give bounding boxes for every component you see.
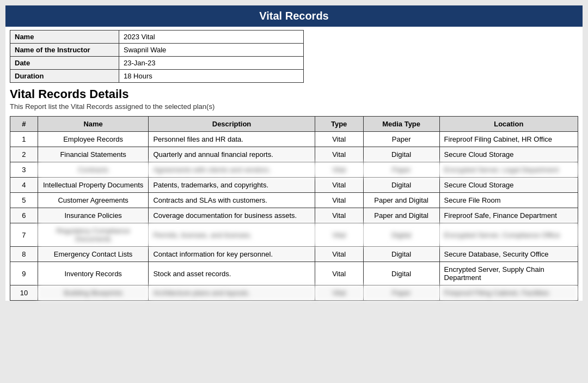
cell-num: 8 <box>10 247 38 262</box>
cell-media-type: Paper and Digital <box>363 193 439 208</box>
table-row: 7Regulatory Compliance DocumentsPermits,… <box>10 223 578 247</box>
page-container: Vital Records Name 2023 Vital Name of th… <box>5 5 583 301</box>
table-row: 1Employee RecordsPersonnel files and HR … <box>10 132 578 147</box>
cell-location: Fireproof Filing Cabinet, Facilities <box>439 285 578 301</box>
cell-name: Insurance Policies <box>38 208 149 223</box>
table-row: 5Customer AgreementsContracts and SLAs w… <box>10 193 578 208</box>
cell-media-type: Digital <box>363 247 439 262</box>
date-label: Date <box>10 57 119 70</box>
duration-label: Duration <box>10 70 119 83</box>
header-media-type: Media Type <box>363 117 439 132</box>
duration-value: 18 Hours <box>119 70 304 83</box>
section-subtitle: This Report list the Vital Records assig… <box>10 102 578 111</box>
cell-location: Secure Cloud Storage <box>439 178 578 193</box>
cell-num: 4 <box>10 178 38 193</box>
cell-description: Contact information for key personnel. <box>149 247 315 262</box>
records-table: # Name Description Type Media Type Locat… <box>10 116 578 301</box>
cell-type: Vital <box>315 223 363 247</box>
header-description: Description <box>149 117 315 132</box>
header-name: Name <box>38 117 149 132</box>
header-type: Type <box>315 117 363 132</box>
name-label: Name <box>10 31 119 44</box>
cell-description: Personnel files and HR data. <box>149 132 315 147</box>
cell-media-type: Digital <box>363 223 439 247</box>
cell-description: Stock and asset records. <box>149 262 315 285</box>
page-title: Vital Records <box>5 5 583 27</box>
cell-num: 5 <box>10 193 38 208</box>
table-row: 6Insurance PoliciesCoverage documentatio… <box>10 208 578 223</box>
instructor-value: Swapnil Wale <box>119 44 304 57</box>
cell-name: Intellectual Property Documents <box>38 178 149 193</box>
cell-media-type: Paper <box>363 132 439 147</box>
cell-location: Secure Cloud Storage <box>439 147 578 162</box>
cell-num: 2 <box>10 147 38 162</box>
table-row: 3ContractsAgreements with clients and ve… <box>10 162 578 178</box>
cell-name: Customer Agreements <box>38 193 149 208</box>
cell-num: 10 <box>10 285 38 301</box>
cell-name: Inventory Records <box>38 262 149 285</box>
cell-type: Vital <box>315 147 363 162</box>
cell-description: Agreements with clients and vendors. <box>149 162 315 178</box>
header-num: # <box>10 117 38 132</box>
info-row-name: Name 2023 Vital <box>10 31 304 44</box>
cell-location: Fireproof Safe, Finance Department <box>439 208 578 223</box>
cell-media-type: Digital <box>363 178 439 193</box>
table-header-row: # Name Description Type Media Type Locat… <box>10 117 578 132</box>
cell-description: Coverage documentation for business asse… <box>149 208 315 223</box>
cell-location: Secure Database, Security Office <box>439 247 578 262</box>
cell-media-type: Paper <box>363 285 439 301</box>
info-row-instructor: Name of the Instructor Swapnil Wale <box>10 44 304 57</box>
date-value: 23-Jan-23 <box>119 57 304 70</box>
info-table: Name 2023 Vital Name of the Instructor S… <box>10 30 304 83</box>
section-title: Vital Records Details <box>10 87 578 101</box>
cell-type: Vital <box>315 132 363 147</box>
cell-name: Financial Statements <box>38 147 149 162</box>
cell-type: Vital <box>315 208 363 223</box>
cell-media-type: Digital <box>363 262 439 285</box>
cell-type: Vital <box>315 178 363 193</box>
cell-num: 7 <box>10 223 38 247</box>
cell-type: Vital <box>315 262 363 285</box>
cell-name: Building Blueprints <box>38 285 149 301</box>
cell-name: Contracts <box>38 162 149 178</box>
cell-num: 3 <box>10 162 38 178</box>
cell-name: Regulatory Compliance Documents <box>38 223 149 247</box>
cell-location: Encrypted Server, Compliance Office <box>439 223 578 247</box>
cell-name: Emergency Contact Lists <box>38 247 149 262</box>
cell-description: Contracts and SLAs with customers. <box>149 193 315 208</box>
table-row: 10Building BlueprintsArchitecture plans … <box>10 285 578 301</box>
cell-media-type: Paper <box>363 162 439 178</box>
info-row-date: Date 23-Jan-23 <box>10 57 304 70</box>
cell-type: Vital <box>315 193 363 208</box>
table-row: 9Inventory RecordsStock and asset record… <box>10 262 578 285</box>
table-row: 8Emergency Contact ListsContact informat… <box>10 247 578 262</box>
cell-media-type: Digital <box>363 147 439 162</box>
cell-description: Patents, trademarks, and copyrights. <box>149 178 315 193</box>
cell-num: 1 <box>10 132 38 147</box>
cell-media-type: Paper and Digital <box>363 208 439 223</box>
name-value: 2023 Vital <box>119 31 304 44</box>
cell-type: Vital <box>315 285 363 301</box>
cell-description: Quarterly and annual financial reports. <box>149 147 315 162</box>
cell-type: Vital <box>315 162 363 178</box>
cell-location: Fireproof Filing Cabinet, HR Office <box>439 132 578 147</box>
info-row-duration: Duration 18 Hours <box>10 70 304 83</box>
cell-location: Encrypted Server, Legal Department <box>439 162 578 178</box>
cell-description: Permits, licenses, and licenses. <box>149 223 315 247</box>
cell-num: 9 <box>10 262 38 285</box>
cell-description: Architecture plans and layouts. <box>149 285 315 301</box>
cell-location: Encrypted Server, Supply Chain Departmen… <box>439 262 578 285</box>
table-row: 2Financial StatementsQuarterly and annua… <box>10 147 578 162</box>
table-row: 4Intellectual Property DocumentsPatents,… <box>10 178 578 193</box>
header-location: Location <box>439 117 578 132</box>
cell-name: Employee Records <box>38 132 149 147</box>
cell-num: 6 <box>10 208 38 223</box>
cell-location: Secure File Room <box>439 193 578 208</box>
cell-type: Vital <box>315 247 363 262</box>
instructor-label: Name of the Instructor <box>10 44 119 57</box>
